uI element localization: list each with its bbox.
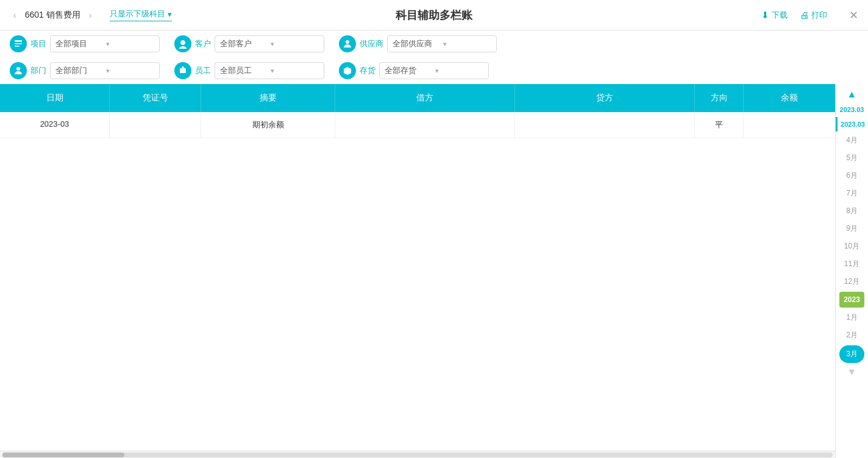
row-summary: 期初余额 [201,112,335,138]
filter-employee: 员工 全部员工 ▾ [174,62,324,79]
project-value: 全部项目 [55,38,104,49]
show-sub-container: 只显示下级科目 ▾ [110,9,172,21]
timeline-sidebar: ▲ 2023.03 2023.03 4月 5月 6月 7月 8月 9月 10月 … [835,84,868,458]
timeline-month-9[interactable]: 9月 [836,220,868,238]
timeline-month-6[interactable]: 6月 [836,167,868,185]
svg-rect-2 [15,46,20,47]
inventory-select[interactable]: 全部存货 ▾ [379,62,489,79]
col-debit: 借方 [335,84,515,112]
filter-department: 部门 全部部门 ▾ [10,62,160,79]
project-label: 项目 [30,38,46,49]
print-label: 打印 [811,10,827,21]
download-icon: ⬇ [761,10,769,21]
timeline-month-3-active[interactable]: 3月 [839,345,864,363]
supplier-select[interactable]: 全部供应商 ▾ [387,35,497,52]
department-select[interactable]: 全部部门 ▾ [50,62,160,79]
scrollbar-track [2,453,833,457]
svg-rect-0 [15,40,22,42]
filter-inventory: 存货 全部存货 ▾ [339,62,489,79]
department-arrow-icon: ▾ [106,67,154,75]
supplier-value: 全部供应商 [393,38,441,49]
customer-arrow-icon: ▾ [271,40,319,48]
row-voucher [110,112,201,138]
department-icon [10,62,27,79]
col-summary: 摘要 [201,84,335,112]
title-bar: ‹ 6601 销售费用 › 只显示下级科目 ▾ 科目辅助多栏账 ⬇ 下载 🖨 打… [0,0,868,30]
show-sub-toggle[interactable]: 只显示下级科目 ▾ [110,9,172,21]
project-select[interactable]: 全部项目 ▾ [50,35,160,52]
table-area: 日期 凭证号 摘要 借方 贷方 方向 余额 2023-03 期初余额 平 [0,84,835,458]
project-arrow-icon: ▾ [106,40,154,48]
main-window: ‹ 6601 销售费用 › 只显示下级科目 ▾ 科目辅助多栏账 ⬇ 下载 🖨 打… [0,0,868,458]
svg-rect-1 [15,43,22,44]
department-label: 部门 [30,65,46,76]
scrollbar-thumb[interactable] [2,453,124,457]
timeline-month-12[interactable]: 12月 [836,273,868,291]
print-button[interactable]: 🖨 打印 [800,10,827,21]
timeline-period-top[interactable]: 2023.03 [836,102,868,117]
show-sub-label: 只显示下级科目 [110,9,165,19]
customer-value: 全部客户 [220,38,268,49]
employee-label: 员工 [195,65,211,76]
timeline-month-11[interactable]: 11月 [836,255,868,273]
svg-rect-5 [180,68,186,73]
next-arrow[interactable]: › [85,9,96,21]
inventory-value: 全部存货 [385,65,433,76]
inventory-label: 存货 [360,65,375,76]
inventory-icon [339,62,356,79]
inventory-arrow-icon: ▾ [435,67,483,75]
employee-select[interactable]: 全部员工 ▾ [215,62,324,79]
timeline-month-5[interactable]: 5月 [836,149,868,167]
filter-supplier: 供应商 全部供应商 ▾ [339,35,497,52]
timeline-month-8[interactable]: 8月 [836,202,868,220]
close-button[interactable]: ✕ [849,9,858,22]
col-direction: 方向 [695,84,744,112]
download-label: 下载 [772,10,788,21]
svg-point-3 [346,40,349,44]
timeline-up-arrow[interactable]: ▲ [845,86,859,102]
title-right: ⬇ 下载 🖨 打印 ✕ [761,9,858,22]
col-balance: 余额 [744,84,835,112]
col-voucher: 凭证号 [110,84,201,112]
filter-customer: 客户 全部客户 ▾ [174,35,324,52]
customer-icon [174,35,191,52]
show-sub-arrow-icon: ▾ [168,10,172,19]
account-code: 6601 销售费用 [25,10,80,21]
supplier-arrow-icon: ▾ [443,40,491,48]
supplier-icon [339,35,356,52]
row-balance [744,112,835,138]
customer-label: 客户 [195,38,211,49]
row-direction: 平 [695,112,744,138]
col-credit: 贷方 [515,84,695,112]
download-button[interactable]: ⬇ 下载 [761,10,788,21]
department-value: 全部部门 [55,65,104,76]
supplier-label: 供应商 [360,38,383,49]
timeline-month-10[interactable]: 10月 [836,238,868,255]
table-row: 2023-03 期初余额 平 [0,112,835,138]
customer-select[interactable]: 全部客户 ▾ [215,35,324,52]
filter-row-2: 部门 全部部门 ▾ 员工 全部员工 ▾ 存货 全部存货 ▾ [0,57,868,84]
filter-row-1: 项目 全部项目 ▾ 客户 全部客户 ▾ 供应商 全部供应商 [0,30,868,57]
employee-value: 全部员工 [220,65,268,76]
timeline-period-selected[interactable]: 2023.03 [836,117,868,132]
timeline-month-1[interactable]: 1月 [836,309,868,326]
row-date: 2023-03 [0,112,110,138]
title-left: ‹ 6601 销售费用 › 只显示下级科目 ▾ [10,9,172,21]
employee-arrow-icon: ▾ [271,67,319,75]
table-body: 2023-03 期初余额 平 [0,112,835,451]
row-credit [515,112,695,138]
horizontal-scrollbar[interactable] [0,451,835,458]
row-debit [335,112,515,138]
prev-arrow[interactable]: ‹ [10,9,20,21]
print-icon: 🖨 [800,10,809,20]
timeline-month-4[interactable]: 4月 [836,132,868,149]
timeline-month-7[interactable]: 7月 [836,185,868,202]
table-header: 日期 凭证号 摘要 借方 贷方 方向 余额 [0,84,835,112]
timeline-year-2023[interactable]: 2023 [839,292,864,308]
col-date: 日期 [0,84,110,112]
timeline-down-arrow[interactable]: ▼ [845,364,859,380]
employee-icon [174,62,191,79]
timeline-month-2[interactable]: 2月 [836,326,868,344]
page-title: 科目辅助多栏账 [396,8,472,23]
main-content: 日期 凭证号 摘要 借方 贷方 方向 余额 2023-03 期初余额 平 [0,84,868,458]
